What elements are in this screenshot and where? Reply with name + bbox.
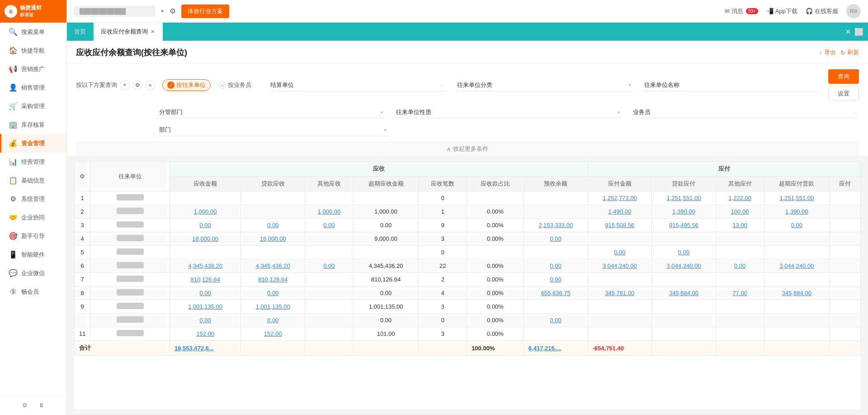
table-cell[interactable] [305, 286, 354, 300]
sidebar-item-wechat[interactable]: 💬 企业微信 [0, 264, 66, 282]
table-cell[interactable] [305, 300, 354, 314]
collapse-btn[interactable]: ⏸ [34, 399, 49, 411]
table-cell[interactable]: 0.00 [524, 314, 588, 327]
table-cell[interactable] [241, 246, 305, 259]
table-cell[interactable] [652, 327, 716, 341]
table-cell[interactable]: 655,636.75 [524, 286, 588, 300]
table-cell[interactable] [716, 246, 764, 259]
table-cell[interactable] [170, 191, 241, 205]
table-cell[interactable] [764, 246, 830, 259]
sidebar-item-search-menu[interactable]: 🔍 搜索菜单 [0, 23, 66, 41]
app-download-btn[interactable]: 📲 App下载 [766, 7, 797, 15]
table-cell[interactable] [524, 246, 588, 259]
table-cell[interactable]: 1,390.00 [652, 205, 716, 219]
table-cell[interactable]: 0.00 [170, 219, 241, 232]
table-cell[interactable]: 13.00 [716, 219, 764, 232]
table-cell[interactable] [716, 327, 764, 341]
maximize-icon[interactable]: ⬜ [854, 28, 863, 36]
table-cell[interactable]: 345,684.00 [652, 286, 716, 300]
promo-button[interactable]: 体验行业方案 [181, 5, 229, 18]
filter-group-partner[interactable]: ✓ 按往来单位 [162, 79, 211, 91]
online-service-btn[interactable]: 🎧 在线客服 [806, 7, 838, 15]
table-cell[interactable] [305, 327, 354, 341]
table-cell[interactable] [652, 314, 716, 327]
table-cell[interactable]: 4,345,436.20 [241, 259, 305, 273]
table-cell[interactable] [716, 314, 764, 327]
table-cell[interactable]: 2,153,333.00 [524, 219, 588, 232]
table-cell[interactable]: 0.00 [524, 259, 588, 273]
settlement-more-icon[interactable]: ··· [439, 81, 444, 88]
table-cell[interactable]: 3,044,240.00 [764, 259, 830, 273]
table-cell[interactable] [524, 327, 588, 341]
table-cell[interactable]: 915,495.56 [652, 219, 716, 232]
query-button[interactable]: 查询 [828, 69, 859, 84]
table-cell[interactable]: 0.00 [652, 246, 716, 259]
partner-nature-chevron[interactable]: ▾ [617, 109, 620, 116]
table-cell[interactable]: 1,390.00 [764, 205, 830, 219]
filter-collapse-icon[interactable]: « [145, 80, 155, 90]
dept-chevron[interactable]: ▾ [384, 127, 387, 134]
gear-icon[interactable]: ⚙ [170, 7, 176, 15]
table-cell[interactable]: 810,126.64 [241, 273, 305, 286]
table-cell[interactable]: 1,222.00 [716, 191, 764, 205]
table-cell[interactable] [241, 191, 305, 205]
table-settings-icon[interactable]: ⚙ [75, 162, 90, 191]
table-cell[interactable] [652, 300, 716, 314]
table-cell[interactable]: 0.00 [588, 246, 652, 259]
table-cell[interactable]: 0.00 [764, 219, 830, 232]
table-cell[interactable]: 0.00 [241, 219, 305, 232]
table-cell[interactable]: 3,044,240.00 [652, 259, 716, 273]
table-cell[interactable] [524, 191, 588, 205]
tab-close-icon[interactable]: ✕ [151, 29, 155, 35]
table-cell[interactable]: 18,000.00 [241, 232, 305, 246]
table-cell[interactable] [588, 327, 652, 341]
table-cell[interactable]: 810,126.64 [170, 273, 241, 286]
table-cell[interactable]: 1,001,135.00 [170, 300, 241, 314]
table-cell[interactable] [652, 273, 716, 286]
table-cell[interactable] [716, 273, 764, 286]
table-cell[interactable]: 1,000.00 [170, 205, 241, 219]
refresh-btn[interactable]: ↻ 刷新 [840, 48, 859, 57]
table-cell[interactable] [305, 191, 354, 205]
export-btn[interactable]: ↑ 导出 [820, 48, 836, 57]
table-cell[interactable] [524, 205, 588, 219]
sidebar-item-cooperation[interactable]: 🤝 企业协同 [0, 208, 66, 227]
sidebar-item-operations[interactable]: 📊 经营管理 [0, 153, 66, 171]
table-cell[interactable] [305, 314, 354, 327]
dept-manager-chevron[interactable]: ▾ [380, 109, 383, 116]
table-cell[interactable]: 1,000.00 [305, 205, 354, 219]
filter-settings-icon[interactable]: ⚙ [132, 80, 142, 90]
settings-bottom-btn[interactable]: ⚙ [18, 399, 32, 411]
setting-button[interactable]: 设置 [828, 86, 859, 101]
table-cell[interactable]: 0.00 [241, 314, 305, 327]
table-cell[interactable] [305, 232, 354, 246]
table-cell[interactable] [305, 273, 354, 286]
tab-arquery[interactable]: 应收应付余额查询 ✕ [94, 23, 163, 41]
table-cell[interactable]: 100.00 [716, 205, 764, 219]
sidebar-item-member[interactable]: ⑤ 畅会员 [0, 282, 66, 301]
table-cell[interactable]: 0.00 [524, 232, 588, 246]
sidebar-item-basic[interactable]: 📋 基础信息 [0, 171, 66, 190]
table-cell[interactable]: 0.00 [524, 273, 588, 286]
table-cell[interactable] [652, 232, 716, 246]
user-avatar[interactable]: Rit [846, 4, 861, 19]
salesman-more-icon[interactable]: ··· [852, 109, 857, 116]
sidebar-item-guide[interactable]: 🎯 新手引导 [0, 227, 66, 245]
table-cell[interactable]: 0.00 [305, 219, 354, 232]
table-cell[interactable] [764, 273, 830, 286]
sidebar-item-system[interactable]: ⚙ 系统管理 [0, 190, 66, 208]
table-cell[interactable]: 1,001,135.00 [241, 300, 305, 314]
table-cell[interactable] [764, 327, 830, 341]
message-btn[interactable]: ✉ 消息 99+ [725, 7, 758, 15]
table-cell[interactable]: 0.00 [716, 259, 764, 273]
table-cell[interactable]: 4,345,436.20 [170, 259, 241, 273]
sidebar-item-inventory[interactable]: 🏢 库存核算 [0, 115, 66, 134]
table-cell[interactable]: 152.00 [241, 327, 305, 341]
table-cell[interactable] [764, 314, 830, 327]
table-cell[interactable] [588, 273, 652, 286]
table-cell[interactable]: 3,044,240.00 [588, 259, 652, 273]
table-cell[interactable]: 0.00 [170, 314, 241, 327]
table-cell[interactable] [764, 232, 830, 246]
table-cell[interactable]: 1,252,773.00 [588, 191, 652, 205]
table-cell[interactable]: 345,684.00 [764, 286, 830, 300]
